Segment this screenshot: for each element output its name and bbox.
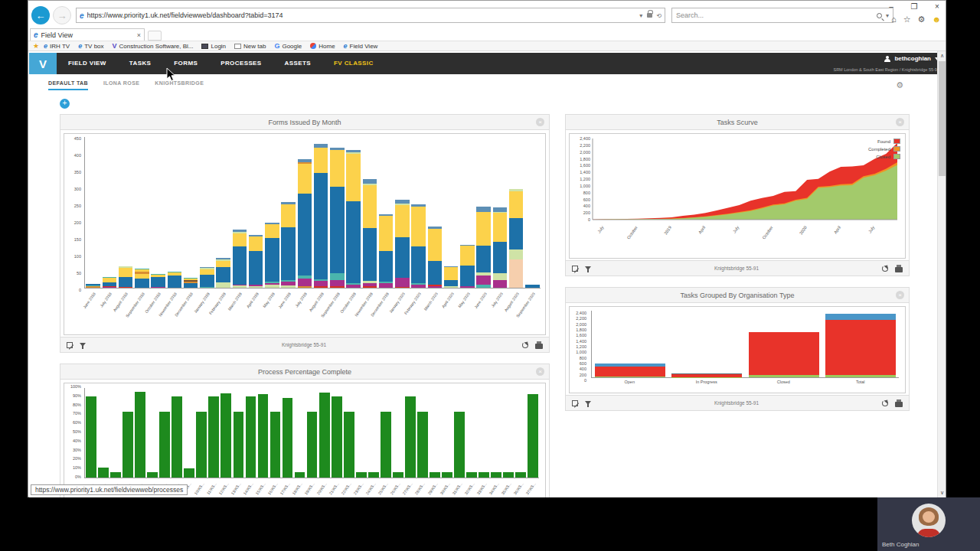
- ie-bookmark-icon: e: [344, 42, 348, 50]
- refresh-icon[interactable]: [882, 400, 888, 406]
- scrollbar-thumb[interactable]: [939, 61, 946, 176]
- tab-knightsbridge[interactable]: KNIGHTSBRIDGE: [155, 80, 204, 90]
- percentage-bar: [208, 396, 219, 478]
- browser-tab-row: e Field View ×: [30, 28, 162, 41]
- fieldview-logo[interactable]: V: [29, 53, 57, 74]
- nav-item-processes[interactable]: PROCESSES: [209, 53, 273, 74]
- percentage-bar: [234, 412, 244, 478]
- legend-swatch: [893, 139, 900, 144]
- filter-icon[interactable]: [585, 266, 591, 270]
- close-button[interactable]: ×: [932, 2, 942, 11]
- bookmark-item[interactable]: Login: [201, 42, 226, 50]
- bookmark-item[interactable]: VConstruction Software, Bl...: [113, 42, 194, 50]
- bar-segment: [314, 173, 328, 279]
- bookmark-item[interactable]: New tab: [234, 42, 266, 50]
- bookmark-item[interactable]: GGoogle: [274, 42, 302, 50]
- stacked-bar: [151, 274, 165, 288]
- legend-row: Found: [868, 139, 900, 144]
- percentage-bar: [220, 393, 231, 478]
- print-icon[interactable]: [535, 344, 543, 349]
- nav-item-tasks[interactable]: TASKS: [118, 53, 163, 74]
- edit-icon[interactable]: [572, 400, 578, 406]
- stacked-bar: [476, 207, 490, 288]
- y-tick-label: 600: [580, 361, 586, 366]
- tab-ilona-rose[interactable]: ILONA ROSE: [103, 80, 139, 90]
- forward-button[interactable]: →: [53, 6, 71, 24]
- address-bar[interactable]: e https://www.priority1.uk.net/fieldview…: [76, 8, 665, 23]
- y-tick-label: 1,000: [576, 350, 586, 354]
- tab-default-tab[interactable]: DEFAULT TAB: [48, 80, 88, 90]
- panel-close-icon[interactable]: ×: [536, 118, 544, 126]
- scroll-down-icon[interactable]: ∨: [938, 488, 946, 497]
- tab-close-icon[interactable]: ×: [137, 31, 141, 39]
- user-menu[interactable]: bethcoghlan: [884, 55, 939, 62]
- bookmark-label: TV box: [84, 43, 103, 50]
- back-button[interactable]: ←: [31, 6, 50, 24]
- bar-segment: [395, 278, 409, 286]
- stacked-bar: [460, 245, 474, 288]
- panel-close-icon[interactable]: ×: [896, 291, 904, 299]
- panel-footer: Knightsbridge 55-91: [566, 395, 909, 410]
- maximize-button[interactable]: ❐: [909, 2, 920, 11]
- edit-icon[interactable]: [67, 342, 73, 348]
- bar-slot: [256, 388, 269, 478]
- filter-icon[interactable]: [585, 401, 591, 405]
- stacked-bar: [119, 266, 132, 288]
- search-input[interactable]: Search... ▾: [671, 8, 893, 23]
- bar-segment: [265, 285, 279, 288]
- bar-slot: [199, 137, 215, 288]
- favorites-star-icon[interactable]: ☆: [903, 15, 911, 24]
- nav-item-fv-classic[interactable]: FV CLASSIC: [322, 53, 385, 74]
- bar-segment: [216, 261, 230, 267]
- edit-icon[interactable]: [572, 266, 578, 272]
- stacked-bar: [428, 227, 442, 288]
- url-text[interactable]: https://www.priority1.uk.net/fieldviewwe…: [87, 11, 636, 19]
- nav-item-assets[interactable]: ASSETS: [273, 53, 322, 74]
- feedback-smiley-icon[interactable]: ☻: [932, 15, 941, 24]
- bookmark-item[interactable]: Home: [310, 42, 335, 50]
- bar-segment: [184, 468, 194, 478]
- x-tick-label: April: [697, 225, 706, 234]
- panel-close-icon[interactable]: ×: [536, 367, 544, 376]
- refresh-icon[interactable]: ⟲: [656, 12, 662, 19]
- dashboard-settings-icon[interactable]: ⚙: [896, 80, 903, 90]
- bookmark-item[interactable]: eIRH TV: [44, 42, 70, 50]
- percentage-bar: [381, 412, 391, 478]
- bookmark-item[interactable]: eTV box: [78, 42, 103, 50]
- autocomplete-caret-icon[interactable]: ▾: [639, 12, 642, 19]
- y-tick-label: 2,000: [580, 150, 590, 155]
- add-panel-button[interactable]: +: [60, 99, 70, 109]
- search-icon[interactable]: [877, 13, 882, 18]
- bar-slot: [248, 137, 264, 288]
- page-scrollbar[interactable]: ∧ ∨: [937, 51, 946, 497]
- bar-segment: [281, 204, 295, 228]
- tab-favicon: e: [34, 31, 38, 39]
- bar-segment: [379, 251, 393, 282]
- y-tick-label: 0: [588, 217, 590, 222]
- percentage-bar: [319, 393, 330, 478]
- bar-segment: [411, 246, 425, 283]
- new-tab-button[interactable]: [148, 31, 162, 41]
- x-tick-label: October: [762, 225, 774, 240]
- search-caret-icon[interactable]: ▾: [886, 12, 889, 19]
- percentage-bar: [368, 472, 379, 478]
- refresh-icon[interactable]: [882, 266, 888, 272]
- scroll-up-icon[interactable]: ∧: [938, 51, 946, 60]
- refresh-icon[interactable]: [522, 342, 528, 348]
- browser-tab[interactable]: e Field View ×: [30, 28, 145, 41]
- bar-segment: [509, 191, 523, 218]
- settings-gear-icon[interactable]: ⚙: [918, 15, 926, 24]
- bar-slot: [426, 137, 443, 288]
- panel-forms-issued: Forms Issued By Month × 0501001502002503…: [60, 114, 550, 353]
- panel-close-icon[interactable]: ×: [896, 118, 904, 126]
- stacked-bar: [281, 202, 295, 288]
- bookmark-item[interactable]: eField View: [344, 42, 378, 50]
- bookmarks-star-icon[interactable]: ★: [33, 42, 39, 50]
- print-icon[interactable]: [895, 267, 903, 272]
- bar-slot: [296, 137, 312, 288]
- x-axis-labels: OpenIn ProgressClosedTotal: [591, 380, 899, 384]
- print-icon[interactable]: [895, 402, 903, 407]
- filter-icon[interactable]: [80, 343, 86, 347]
- nav-item-field-view[interactable]: FIELD VIEW: [57, 53, 118, 74]
- home-icon[interactable]: ⌂: [891, 15, 897, 24]
